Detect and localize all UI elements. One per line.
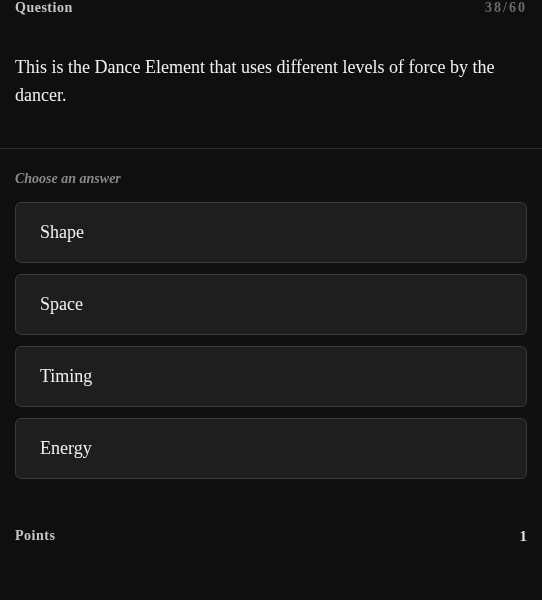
question-label: Question	[15, 0, 73, 16]
option-space[interactable]: Space	[15, 274, 527, 335]
question-header: Question 38/60	[0, 0, 542, 24]
question-progress: 38/60	[485, 0, 527, 16]
choose-answer-label: Choose an answer	[0, 149, 542, 202]
options-list: Shape Space Timing Energy	[0, 202, 542, 479]
points-value: 1	[520, 528, 528, 545]
points-label: Points	[15, 528, 55, 544]
points-row: Points 1	[0, 490, 542, 545]
option-timing[interactable]: Timing	[15, 346, 527, 407]
question-text: This is the Dance Element that uses diff…	[0, 24, 542, 148]
option-shape[interactable]: Shape	[15, 202, 527, 263]
option-energy[interactable]: Energy	[15, 418, 527, 479]
